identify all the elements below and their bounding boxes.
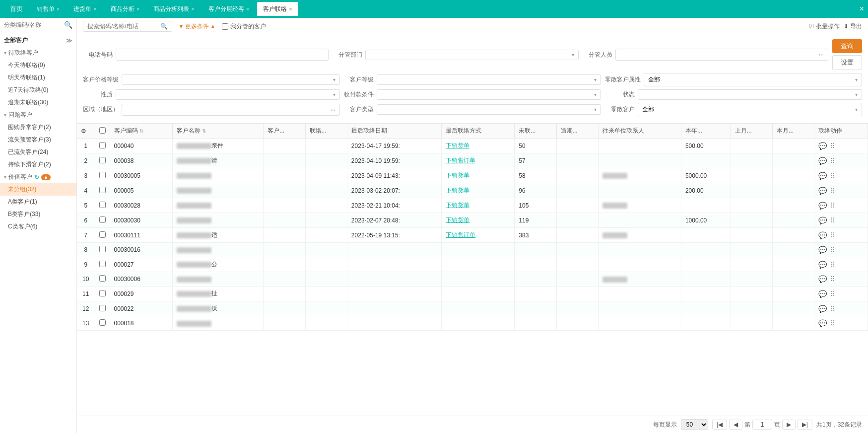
row-last-type-cell[interactable]: 下销售订单 [442,228,515,243]
chat-icon[interactable]: 💬 [818,305,827,313]
row-last-type-cell[interactable] [442,316,515,331]
page-last-button[interactable]: ▶| [798,420,812,430]
sidebar-item-today-pending[interactable]: 今天待联络(0) [0,59,76,72]
person-select[interactable]: ··· [615,49,828,61]
row-checkbox[interactable] [99,172,106,178]
select-all-checkbox[interactable] [99,127,106,134]
export-button[interactable]: ⬇ 导出 [844,22,862,31]
refresh-icon[interactable]: ↻ [34,174,39,181]
row-checkbox[interactable] [99,187,106,193]
grid-icon[interactable]: ⠿ [830,290,835,298]
col-last-contact-date[interactable]: 最后联络日期 [347,124,441,139]
grid-icon[interactable]: ⠿ [830,142,835,150]
nav-tab-product-analysis[interactable]: 商品分析 × [105,2,145,16]
scattered-attr-select[interactable]: 全部 ▾ [644,73,862,86]
row-checkbox[interactable] [99,231,106,238]
reset-button[interactable]: 设置 [832,55,862,70]
grid-icon[interactable]: ⠿ [830,187,835,195]
sidebar-item-declining[interactable]: 持续下滑客户(2) [0,158,76,171]
row-checkbox[interactable] [99,142,106,148]
sidebar-group-value[interactable]: ▾ 价值客户 ↻ ● [0,171,76,183]
row-last-type-cell[interactable]: 下销货单 [442,213,515,228]
row-checkbox[interactable] [99,202,106,208]
chat-icon[interactable]: 💬 [818,261,827,269]
sidebar-item-class-b[interactable]: B类客户(33) [0,208,76,220]
customer-grade-select[interactable]: ▾ [377,74,601,85]
grid-icon[interactable]: ⠿ [830,157,835,165]
chat-icon[interactable]: 💬 [818,290,827,298]
status-select[interactable]: ▾ [638,89,862,100]
page-next-button[interactable]: ▶ [782,420,796,430]
row-checkbox[interactable] [99,261,106,267]
row-checkbox-cell[interactable] [95,316,110,331]
row-checkbox[interactable] [99,275,106,282]
chat-icon[interactable]: 💬 [818,187,827,195]
row-checkbox-cell[interactable] [95,257,110,272]
row-checkbox[interactable] [99,319,106,326]
col-company-contact[interactable]: 往来单位联系人 [598,124,681,139]
col-code[interactable]: 客户编码 ⇅ [110,124,172,139]
row-last-type-cell[interactable]: 下销货单 [442,198,515,213]
row-last-type-cell[interactable]: 下销售订单 [442,153,515,168]
grid-icon[interactable]: ⠿ [830,216,835,224]
sidebar-item-churn-warning[interactable]: 流失预警客户(3) [0,134,76,146]
col-this-month[interactable]: 本月... [773,124,814,139]
sidebar-item-class-a[interactable]: A类客户(1) [0,196,76,208]
chat-icon[interactable]: 💬 [818,216,827,224]
sidebar-item-hoarding-abnormal[interactable]: 囤购异常客户(2) [0,121,76,134]
row-checkbox-cell[interactable] [95,168,110,183]
sidebar-item-churned[interactable]: 已流失客户(24) [0,146,76,158]
col-type[interactable]: 客户... [264,124,305,139]
row-checkbox[interactable] [99,290,106,296]
grid-icon[interactable]: ⠿ [830,246,835,254]
chat-icon[interactable]: 💬 [818,319,827,327]
sidebar-item-overdue-contact[interactable]: 逾期未联络(30) [0,96,76,109]
price-grade-select[interactable]: ▾ [122,74,340,85]
nav-tab-product-list[interactable]: 商品分析列表 × [147,2,200,16]
scattered-select[interactable]: 全部 ▾ [638,103,862,116]
col-last-contact-type[interactable]: 最后联络方式 [442,124,515,139]
grid-icon[interactable]: ⠿ [830,231,835,239]
sidebar-item-tomorrow-pending[interactable]: 明天待联络(1) [0,72,76,84]
close-icon[interactable]: × [93,6,96,12]
col-checkbox-all[interactable] [95,124,110,139]
row-checkbox[interactable] [99,246,106,252]
row-checkbox-cell[interactable] [95,183,110,198]
chat-icon[interactable]: 💬 [818,246,827,254]
search-icon[interactable]: 🔍 [64,21,72,29]
page-number-input[interactable] [752,420,772,430]
settings-icon[interactable]: ⚙ [81,128,86,135]
dept-select[interactable]: ▾ [365,50,578,60]
filter-more-conditions[interactable]: ▼ 更多条件 ▲ [178,22,216,31]
query-button[interactable]: 查询 [832,39,862,53]
col-contact[interactable]: 联络... [305,124,347,139]
nav-tab-sales[interactable]: 销售单 × [31,2,66,16]
row-checkbox-cell[interactable] [95,228,110,243]
row-checkbox[interactable] [99,305,106,311]
row-last-type-cell[interactable] [442,257,515,272]
filter-search-input[interactable] [87,23,157,30]
col-last-month[interactable]: 上月... [731,124,772,139]
row-checkbox-cell[interactable] [95,198,110,213]
chat-icon[interactable]: 💬 [818,172,827,180]
col-settings[interactable]: ⚙ [77,124,95,139]
payment-select[interactable]: ▾ [377,89,601,100]
close-icon[interactable]: × [289,6,292,12]
my-customers-filter[interactable]: 我分管的客户 [222,22,266,31]
nav-tab-customer-contact[interactable]: 客户联络 × [257,2,298,16]
grid-icon[interactable]: ⠿ [830,305,835,313]
row-checkbox-cell[interactable] [95,301,110,316]
close-icon[interactable]: × [57,6,60,12]
chat-icon[interactable]: 💬 [818,275,827,283]
sidebar-group-problem[interactable]: ▾ 问题客户 [0,109,76,121]
chat-icon[interactable]: 💬 [818,157,827,165]
grid-icon[interactable]: ⠿ [830,319,835,327]
nav-home[interactable]: 首页 [4,2,29,16]
col-overdue[interactable]: 逾期... [556,124,598,139]
grid-icon[interactable]: ⠿ [830,275,835,283]
col-this-year[interactable]: 本年... [681,124,731,139]
row-checkbox-cell[interactable] [95,213,110,228]
col-name[interactable]: 客户名称 ⇅ [172,124,264,139]
all-customers-header[interactable]: 全部客户 ≫ [0,32,76,47]
row-last-type-cell[interactable]: 下销货单 [442,168,515,183]
